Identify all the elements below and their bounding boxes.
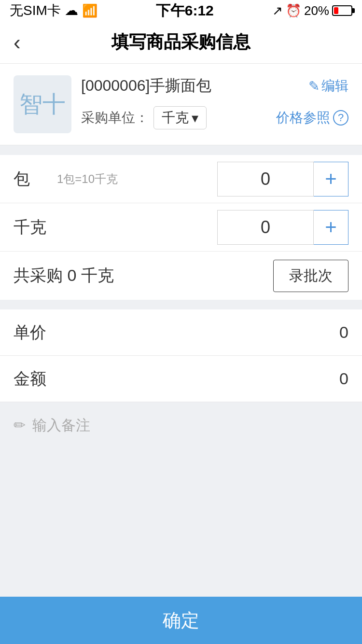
- kg-label: 千克: [14, 216, 52, 238]
- status-bar-left: 无SIM卡 ☁ 📶: [10, 1, 97, 20]
- summary-row: 共采购 0 千克 录批次: [0, 252, 362, 300]
- edit-icon: ✎: [308, 78, 320, 94]
- status-bar-right: ↗ ⏰ 20%: [272, 3, 352, 18]
- status-time: 下午6:12: [156, 1, 214, 21]
- pack-plus-button[interactable]: +: [314, 162, 348, 196]
- pencil-icon: ✏: [14, 417, 26, 434]
- summary-text: 共采购 0 千克: [14, 265, 114, 287]
- product-meta: 采购单位： 千克 ▾ 价格参照 ?: [81, 106, 348, 129]
- product-name: [0000006]手撕面包: [81, 75, 211, 97]
- battery-percent: 20%: [304, 3, 329, 18]
- dropdown-arrow-icon: ▾: [192, 110, 198, 126]
- location-icon: ↗: [272, 3, 283, 18]
- pack-control: +: [217, 162, 348, 196]
- help-circle-icon: ?: [333, 110, 348, 126]
- amount-row: 金额 0: [0, 356, 362, 402]
- page-title: 填写商品采购信息: [111, 30, 251, 54]
- unit-price-label: 单价: [14, 322, 46, 344]
- amount-value: 0: [339, 369, 348, 388]
- price-section: 单价 0 金额 0: [0, 309, 362, 402]
- status-bar: 无SIM卡 ☁ 📶 下午6:12 ↗ ⏰ 20%: [0, 0, 362, 21]
- price-reference-button[interactable]: 价格参照 ?: [276, 109, 348, 127]
- pack-input[interactable]: [217, 162, 314, 196]
- pack-sublabel: 1包=10千克: [57, 171, 217, 187]
- kg-control: +: [217, 210, 348, 245]
- wifi-icon: 📶: [82, 3, 97, 18]
- input-section: 包 1包=10千克 + 千克 +: [0, 155, 362, 252]
- confirm-button[interactable]: 确定: [0, 597, 362, 644]
- product-image: 智十: [14, 75, 71, 133]
- pack-row: 包 1包=10千克 +: [0, 155, 362, 203]
- nav-bar: ‹ 填写商品采购信息: [0, 21, 362, 64]
- edit-button[interactable]: ✎ 编辑: [308, 77, 348, 95]
- confirm-btn-wrapper: 确定: [0, 597, 362, 644]
- alarm-icon: ⏰: [286, 3, 301, 18]
- price-ref-label: 价格参照: [276, 109, 330, 127]
- remark-section[interactable]: ✏ 输入备注: [0, 402, 362, 499]
- purchase-unit: 采购单位： 千克 ▾: [81, 106, 207, 129]
- back-button[interactable]: ‹: [14, 32, 21, 53]
- batch-button[interactable]: 录批次: [273, 260, 348, 292]
- section-divider-1: [0, 145, 362, 155]
- no-sim-label: 无SIM卡 ☁: [10, 1, 78, 20]
- product-logo: 智十: [19, 89, 66, 120]
- product-info: [0000006]手撕面包 ✎ 编辑 采购单位： 千克 ▾ 价格参照 ?: [81, 75, 348, 129]
- kg-row: 千克 +: [0, 203, 362, 252]
- unit-dropdown[interactable]: 千克 ▾: [153, 106, 207, 129]
- battery-indicator: [332, 5, 352, 16]
- kg-plus-button[interactable]: +: [314, 210, 348, 245]
- section-divider-2: [0, 300, 362, 309]
- amount-label: 金额: [14, 368, 46, 390]
- kg-input[interactable]: [217, 210, 314, 245]
- unit-value: 千克: [162, 109, 189, 127]
- product-header: [0000006]手撕面包 ✎ 编辑: [81, 75, 348, 97]
- pack-label: 包: [14, 168, 52, 190]
- product-card: 智十 [0000006]手撕面包 ✎ 编辑 采购单位： 千克 ▾ 价格参照 ?: [0, 64, 362, 145]
- unit-price-value: 0: [339, 323, 348, 342]
- unit-price-row: 单价 0: [0, 309, 362, 356]
- purchase-unit-label: 采购单位：: [81, 109, 149, 127]
- remark-placeholder: 输入备注: [32, 416, 90, 435]
- edit-label: 编辑: [321, 77, 348, 95]
